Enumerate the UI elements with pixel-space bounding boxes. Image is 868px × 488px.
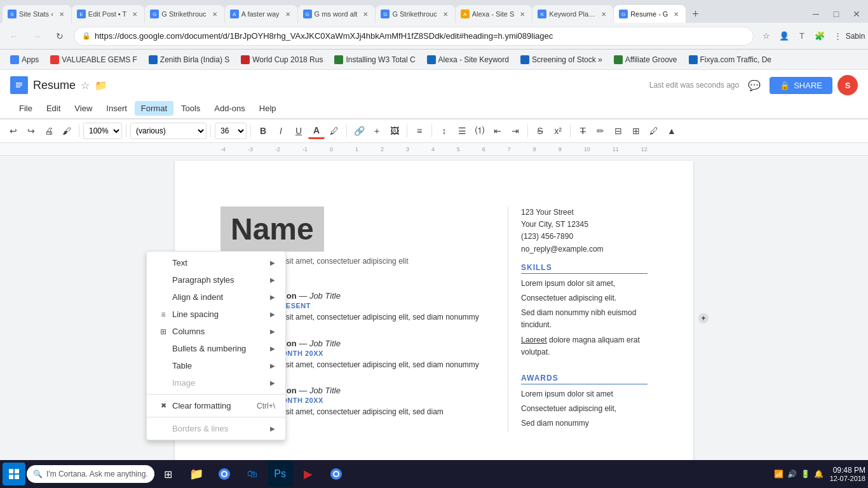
start-button[interactable] <box>3 463 25 485</box>
undo-btn[interactable]: ↩ <box>5 123 22 139</box>
font-size-select[interactable]: 36 <box>215 123 247 139</box>
translate-icon[interactable]: T <box>794 29 810 44</box>
bookmark-alexa[interactable]: Alexa - Site Keyword <box>422 54 514 65</box>
folder-icon[interactable]: 📁 <box>95 79 107 92</box>
bookmark-fixya[interactable]: Fixya.com Traffic, De <box>684 54 776 65</box>
tab-strikethrough[interactable]: G G Strikethrouс ✕ <box>145 5 224 23</box>
zoom-select[interactable]: 100% <box>83 123 122 139</box>
tab-alexa[interactable]: A Alexa - Site S ✕ <box>456 5 532 23</box>
profile-icon[interactable]: 👤 <box>776 29 792 44</box>
file-explorer-btn[interactable]: 📁 <box>184 461 209 487</box>
table-insert-btn[interactable]: ⊞ <box>628 123 644 139</box>
bookmark-gems[interactable]: VALUEABLE GEMS F <box>45 54 142 65</box>
tab-close-btn[interactable]: ✕ <box>283 10 292 18</box>
minimize-btn[interactable]: ─ <box>807 5 825 23</box>
menu-edit[interactable]: Edit <box>40 101 67 116</box>
menu-help[interactable]: Help <box>253 101 283 116</box>
superscript-btn[interactable]: x² <box>550 123 566 139</box>
address-input[interactable]: 🔒 https://docs.google.com/document/d/1Br… <box>74 27 754 46</box>
chrome-btn-2[interactable] <box>323 461 349 487</box>
user-avatar[interactable]: S <box>837 75 858 95</box>
task-view-btn[interactable]: ⊞ <box>156 461 181 487</box>
highlight-btn[interactable]: 🖊 <box>326 123 342 139</box>
share-button[interactable]: 🔒 SHARE <box>770 77 832 94</box>
forward-btn[interactable]: → <box>28 27 46 45</box>
tab-close-btn[interactable]: ✕ <box>130 10 139 18</box>
taskbar-search[interactable]: 🔍 I'm Cortana. Ask me anything. <box>27 465 154 483</box>
bookmark-icon[interactable]: ☆ <box>759 29 774 44</box>
bookmark-worldcup[interactable]: World Cup 2018 Rus <box>236 54 328 65</box>
underline-btn[interactable]: U <box>290 123 307 139</box>
tab-site-stats[interactable]: S Site Stats ‹ ✕ <box>3 5 71 23</box>
redo-btn[interactable]: ↪ <box>23 123 39 139</box>
draw-btn[interactable]: 🖊 <box>646 123 662 139</box>
tab-close-btn[interactable]: ✕ <box>441 10 450 18</box>
tab-close-btn[interactable]: ✕ <box>672 10 681 18</box>
menu-icon[interactable]: ⋮ <box>830 29 845 44</box>
strikethrough-btn[interactable]: S <box>532 123 548 139</box>
app-btn-6[interactable]: ▶ <box>295 461 321 487</box>
col-spacing-btn[interactable]: ⊟ <box>610 123 627 139</box>
menu-view[interactable]: View <box>68 101 98 116</box>
menu-format[interactable]: Format <box>135 101 173 116</box>
tab-close-btn[interactable]: ✕ <box>210 10 219 18</box>
tab-edit-post[interactable]: E Edit Post • T ✕ <box>72 5 145 23</box>
taskbar-clock[interactable]: 09:48 PM 12-07-2018 <box>830 466 865 482</box>
notifications-icon[interactable]: 🔔 <box>814 470 824 478</box>
format-menu-bullets-numbering[interactable]: Bullets & numbering ▶ <box>147 340 285 357</box>
line-spacing-btn[interactable]: ↕ <box>436 123 452 139</box>
tab-ms-word[interactable]: G G ms word alt ✕ <box>298 5 376 23</box>
menu-tools[interactable]: Tools <box>175 101 207 116</box>
format-menu-clear-formatting[interactable]: ✖ Clear formatting Ctrl+\ <box>147 397 285 414</box>
tab-close-btn[interactable]: ✕ <box>57 10 66 18</box>
italic-btn[interactable]: I <box>273 123 289 139</box>
increase-indent-btn[interactable]: ⇥ <box>507 123 524 139</box>
numbered-list-btn[interactable]: ⑴ <box>471 123 488 139</box>
chrome-btn[interactable] <box>212 461 237 487</box>
tab-keyword[interactable]: K Keyword Pla… ✕ <box>532 5 613 23</box>
print-btn[interactable]: 🖨 <box>41 123 57 139</box>
tab-strikethrough2[interactable]: G G Strikethrouс ✕ <box>376 5 454 23</box>
format-menu-align-indent[interactable]: Align & indent ▶ <box>147 288 285 306</box>
bookmark-screening[interactable]: Screening of Stock » <box>515 54 607 65</box>
bullet-list-btn[interactable]: ☰ <box>454 123 470 139</box>
maximize-btn[interactable]: □ <box>827 5 845 23</box>
tab-close-btn[interactable]: ✕ <box>518 10 527 18</box>
tab-close-btn[interactable]: ✕ <box>361 10 370 18</box>
volume-icon[interactable]: 🔊 <box>787 470 797 478</box>
bookmark-apps[interactable]: Apps <box>5 54 44 65</box>
text-color-btn[interactable]: A <box>308 123 325 139</box>
bookmark-w3total[interactable]: Installing W3 Total C <box>329 54 420 65</box>
format-menu-text[interactable]: Text ▶ <box>147 254 285 271</box>
close-btn[interactable]: ✕ <box>848 5 865 23</box>
menu-insert[interactable]: Insert <box>100 101 133 116</box>
format-menu-table[interactable]: Table ▶ <box>147 357 285 374</box>
star-icon[interactable]: ☆ <box>81 79 90 92</box>
insert-image-btn[interactable]: + <box>369 123 385 139</box>
decrease-indent-btn[interactable]: ⇤ <box>489 123 506 139</box>
clear-format-btn[interactable]: T̶ <box>574 123 591 139</box>
extensions-icon[interactable]: 🧩 <box>812 29 827 44</box>
format-menu-line-spacing[interactable]: ≡ Line spacing ▶ <box>147 306 285 323</box>
chevron-up-btn[interactable]: ▲ <box>663 123 680 139</box>
store-btn[interactable]: 🛍 <box>240 461 265 487</box>
insert-drawing-btn[interactable]: 🖼 <box>386 123 403 139</box>
bookmark-zenith[interactable]: Zenith Birla (India) S <box>144 54 234 65</box>
tab-faster-way[interactable]: A A faster way ✕ <box>225 5 297 23</box>
battery-icon[interactable]: 🔋 <box>801 470 810 478</box>
bookmark-affiliate[interactable]: Affiliate Groove <box>609 54 682 65</box>
reload-btn[interactable]: ↻ <box>51 27 69 45</box>
network-icon[interactable]: 📶 <box>774 470 783 478</box>
photoshop-btn[interactable]: Ps <box>268 461 293 487</box>
align-btn[interactable]: ≡ <box>411 123 428 139</box>
comments-btn[interactable]: 💬 <box>744 75 764 95</box>
back-btn[interactable]: ← <box>5 27 23 45</box>
tab-resume[interactable]: G Resume - G ✕ <box>614 5 686 23</box>
link-btn[interactable]: 🔗 <box>351 123 367 139</box>
bold-btn[interactable]: B <box>255 123 271 139</box>
tab-close-btn[interactable]: ✕ <box>599 10 608 18</box>
new-tab-btn[interactable]: + <box>686 5 704 23</box>
format-menu-paragraph-styles[interactable]: Paragraph styles ▶ <box>147 271 285 288</box>
edit-btn[interactable]: ✏ <box>592 123 609 139</box>
font-select[interactable]: (various) <box>130 123 207 139</box>
